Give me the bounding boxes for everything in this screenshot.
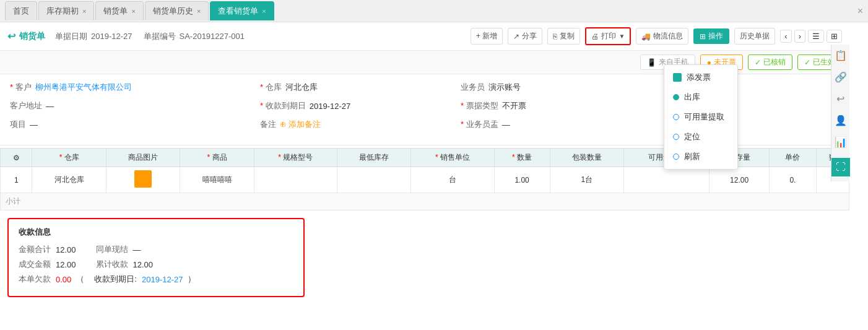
cumulative-value: 12.00 [133, 260, 154, 269]
sidebar-icon-5[interactable]: 📊 [835, 136, 847, 148]
prev-btn[interactable]: ‹ [780, 30, 791, 43]
tab-sales-history[interactable]: 销货单历史 × [145, 1, 209, 20]
tab-sales-history-close[interactable]: × [197, 7, 201, 15]
next-btn[interactable]: › [794, 30, 805, 43]
dropdown-available-qty[interactable]: 可用量提取 [664, 107, 737, 127]
doc-actions: + 新增 ↗ 分享 ⎘ 复制 🖨 打印 ▼ 🚚 物流信息 [471, 27, 842, 45]
col-product-img: 商品图片 [106, 149, 180, 167]
tab-inventory-init-label: 库存期初 [46, 6, 79, 17]
amount-total-field: 金额合计 12.00 [19, 244, 76, 255]
print-btn-label: 打印 [601, 31, 616, 41]
warehouse-label: * 仓库 [260, 82, 282, 93]
col-spec: * 规格型号 [254, 149, 337, 167]
payment-row-3: 本单欠款 0.00 （ 收款到期日: 2019-12-27 ） [19, 274, 293, 285]
view-grid-btn[interactable]: ⊞ [827, 30, 842, 43]
history-btn[interactable]: 历史单据 [734, 28, 775, 45]
subtotal-row: 小计 [1, 193, 849, 211]
sidebar-icon-1[interactable]: 📋 [835, 50, 847, 61]
col-pack-qty: 包装数量 [550, 149, 623, 167]
row-min-stock [337, 167, 410, 193]
due-date-label: * 收款到期日 [260, 100, 306, 111]
sidebar-icon-3[interactable]: ↩ [836, 93, 844, 105]
operations-dropdown: 添发票 出库 可用量提取 定位 刷新 [664, 64, 738, 170]
share-btn[interactable]: ↗ 分享 [508, 28, 542, 45]
tab-sales-order[interactable]: 销货单 × [95, 1, 143, 20]
copy-btn[interactable]: ⎘ 复制 [547, 28, 580, 45]
available-qty-label: 可用量提取 [684, 111, 724, 123]
payment-row-1: 金额合计 12.00 同单现结 — [19, 244, 293, 255]
product-thumbnail [134, 170, 152, 188]
nav-arrows: ‹ › ☰ ⊞ [780, 30, 842, 43]
customer-value[interactable]: 柳州粤港平安气体有限公司 [35, 82, 132, 93]
tab-check-sales-close[interactable]: × [262, 7, 266, 15]
outbound-label: 出库 [684, 92, 700, 103]
dropdown-add-invoice[interactable]: 添发票 [664, 67, 737, 87]
tab-check-sales[interactable]: 查看销货单 × [210, 1, 274, 20]
refresh-label: 刷新 [684, 151, 700, 162]
amount-total-value: 12.00 [56, 245, 76, 254]
col-warehouse: * 仓库 [32, 149, 106, 167]
copy-btn-label: 复制 [560, 31, 575, 41]
address-field: 客户地址 — [10, 100, 245, 111]
sidebar-icon-4[interactable]: 👤 [835, 115, 847, 126]
new-btn[interactable]: + 新增 [471, 28, 503, 45]
note-field: 备注 ⊕ 添加备注 [260, 119, 446, 130]
sidebar-icon-2[interactable]: 🔗 [835, 71, 847, 83]
add-invoice-icon [673, 73, 682, 82]
tab-inventory-init[interactable]: 库存期初 × [38, 1, 94, 20]
tab-sales-history-label: 销货单历史 [153, 6, 193, 17]
sidebar-icon-expand[interactable]: ⛶ [831, 158, 850, 176]
doc-meta: 单据日期 2019-12-27 单据编号 SA-20191227-001 [55, 31, 245, 42]
row-pack-qty: 1台 [550, 167, 623, 193]
current-due-field: 本单欠款 0.00 （ 收款到期日: 2019-12-27 ） [19, 274, 196, 285]
col-price: 单价 [770, 149, 816, 167]
tab-sales-order-label: 销货单 [103, 6, 128, 17]
row-qty: 1.00 [494, 167, 550, 193]
col-gear[interactable]: ⚙ [1, 149, 32, 167]
tab-home[interactable]: 首页 [5, 1, 37, 20]
current-due-value: 0.00 [56, 275, 71, 284]
tab-bar: 首页 库存期初 × 销货单 × 销货单历史 × 查看销货单 × × [0, 0, 868, 22]
salesperson2-value: — [502, 120, 510, 129]
view-list-btn[interactable]: ☰ [808, 30, 824, 43]
customer-label: * 客户 [10, 82, 32, 93]
print-btn[interactable]: 🖨 打印 ▼ [585, 27, 631, 45]
same-order-value: — [133, 245, 141, 254]
row-product: 嘻嘻嘻嘻 [180, 167, 254, 193]
same-order-label: 同单现结 [96, 244, 128, 255]
add-note-btn[interactable]: ⊕ 添加备注 [280, 119, 321, 130]
current-due-label: 本单欠款 [19, 274, 51, 285]
row-spec [254, 167, 337, 193]
salesperson2-field: * 业务员盂 — [461, 119, 510, 130]
effective-icon: ✓ [804, 58, 810, 67]
verified-btn[interactable]: ✓ 已核销 [748, 54, 792, 70]
table-row: 1 河北仓库 嘻嘻嘻嘻 台 1.00 1台 12.00 0. [1, 167, 849, 193]
current-due-bracket: 收款到期日: [94, 274, 137, 285]
payment-title: 收款信息 [19, 227, 293, 238]
row-price: 0. [770, 167, 816, 193]
tab-sales-order-close[interactable]: × [131, 7, 135, 15]
verified-label: 已核销 [763, 57, 786, 67]
dropdown-locate[interactable]: 定位 [664, 127, 737, 147]
current-due-date-val: 2019-12-27 [142, 275, 183, 284]
logistics-btn[interactable]: 🚚 物流信息 [636, 28, 688, 45]
window-close-btn[interactable]: × [857, 6, 863, 17]
col-min-stock: 最低库存 [337, 149, 410, 167]
transaction-label: 成交金额 [19, 259, 51, 270]
payment-row-2: 成交金额 12.00 累计收款 12.00 [19, 259, 293, 270]
operations-btn[interactable]: ⊞ 操作 [693, 28, 729, 44]
amount-total-label: 金额合计 [19, 244, 51, 255]
operations-btn-label: 操作 [708, 31, 723, 41]
date-label: 单据日期 [55, 31, 87, 42]
due-date-value: 2019-12-27 [310, 102, 351, 111]
project-value: — [30, 120, 38, 129]
col-unit: * 销售单位 [411, 149, 494, 167]
number-value: SA-20191227-001 [180, 32, 245, 41]
salesperson-label: 业务员 [461, 82, 485, 93]
doc-header: ↩ 销货单 单据日期 2019-12-27 单据编号 SA-20191227-0… [0, 22, 849, 51]
cumulative-label: 累计收款 [96, 259, 128, 270]
tab-inventory-init-close[interactable]: × [82, 7, 86, 15]
warehouse-value: 河北仓库 [285, 82, 318, 93]
dropdown-outbound[interactable]: 出库 [664, 87, 737, 107]
dropdown-refresh[interactable]: 刷新 [664, 147, 737, 167]
